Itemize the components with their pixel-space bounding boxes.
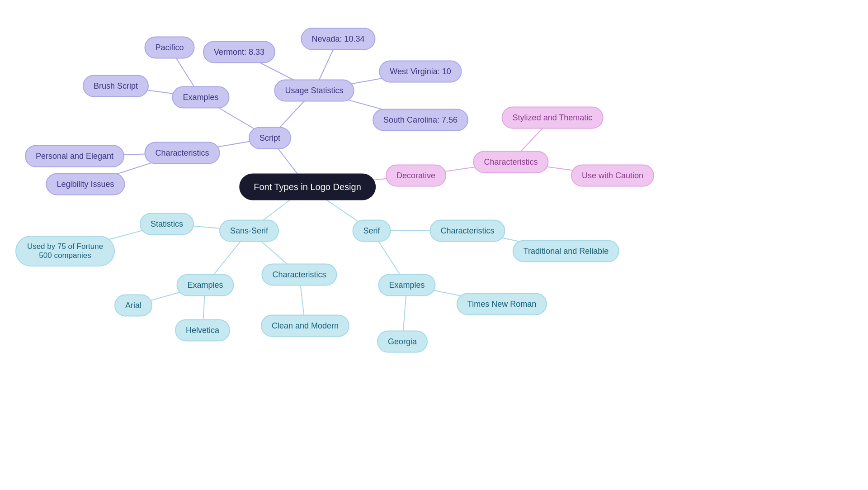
- brush-script-node: Brush Script: [83, 75, 149, 97]
- west-virginia-node: West Virginia: 10: [379, 61, 462, 83]
- ss-characteristics-node: Characteristics: [261, 264, 337, 286]
- decorative-characteristics-node: Characteristics: [473, 151, 548, 173]
- traditional-reliable-node: Traditional and Reliable: [513, 240, 619, 262]
- usage-statistics-node: Usage Statistics: [274, 80, 354, 102]
- serif-node: Serif: [352, 220, 391, 242]
- use-with-caution-node: Use with Caution: [571, 165, 654, 187]
- serif-characteristics-node: Characteristics: [429, 220, 505, 242]
- ss-statistics-node: Statistics: [140, 213, 194, 235]
- fortune-500-node: Used by 75 of Fortune 500 companies: [15, 236, 115, 266]
- serif-examples-node: Examples: [378, 274, 435, 296]
- script-node: Script: [249, 127, 291, 149]
- arial-node: Arial: [114, 295, 152, 317]
- times-new-roman-node: Times New Roman: [457, 293, 547, 315]
- legibility-issues-node: Legibility Issues: [46, 173, 125, 195]
- vermont-node: Vermont: 8.33: [203, 41, 275, 63]
- south-carolina-node: South Carolina: 7.56: [373, 109, 468, 131]
- sansserif-node: Sans-Serif: [219, 220, 279, 242]
- stylized-thematic-node: Stylized and Thematic: [502, 107, 604, 129]
- helvetica-node: Helvetica: [175, 319, 230, 342]
- center-node: Font Types in Logo Design: [239, 174, 376, 200]
- ss-examples-node: Examples: [176, 274, 234, 296]
- nevada-node: Nevada: 10.34: [301, 28, 375, 50]
- personal-elegant-node: Personal and Elegant: [25, 145, 124, 167]
- script-examples-node: Examples: [172, 86, 229, 109]
- script-characteristics-node: Characteristics: [144, 142, 220, 164]
- decorative-node: Decorative: [386, 165, 446, 187]
- mindmap-container: Font Types in Logo Design Script Example…: [0, 0, 868, 490]
- georgia-node: Georgia: [377, 331, 428, 353]
- pacifico-node: Pacifico: [144, 37, 194, 59]
- clean-modern-node: Clean and Modern: [261, 315, 349, 337]
